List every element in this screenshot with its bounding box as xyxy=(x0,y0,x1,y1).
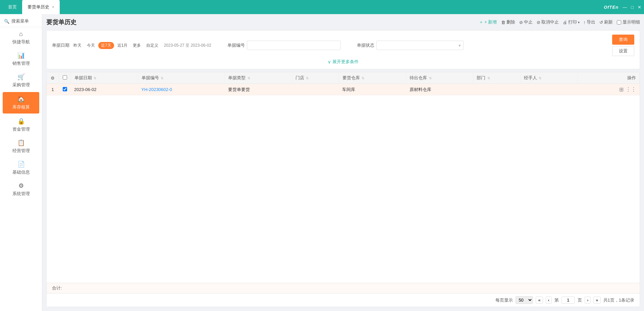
date-btn-yesterday[interactable]: 昨天 xyxy=(71,42,84,49)
th-settings[interactable]: ⚙ xyxy=(47,72,59,84)
th-doc-no[interactable]: 单据编号 ⇅ xyxy=(138,72,225,84)
last-page-btn[interactable]: » xyxy=(593,297,600,304)
delete-button[interactable]: 🗑 删除 xyxy=(501,19,515,25)
date-btn-more[interactable]: 更多 xyxy=(131,42,143,49)
sidebar-item-label: 快捷导航 xyxy=(12,39,30,45)
finance-mgmt-icon: 🔒 xyxy=(17,118,25,125)
tab-bar: 首页 要货单历史 × xyxy=(3,0,604,14)
setting-button[interactable]: 设置 xyxy=(612,46,634,56)
sidebar-item-purchase-mgmt[interactable]: 🛒 采购管理 xyxy=(0,70,42,91)
sidebar-item-label: 系统管理 xyxy=(12,191,30,197)
th-doc-type[interactable]: 单据类型 ⇅ xyxy=(225,72,292,84)
th-dept[interactable]: 部门 ⇅ xyxy=(473,72,520,84)
sidebar-item-label: 采购管理 xyxy=(12,82,30,88)
content-area: 要货单历史 ＋ + 新增 🗑 删除 ⊘ 中止 ⊘ 取消中止 xyxy=(42,14,644,311)
doc-no-link[interactable]: YH-20230602-0 xyxy=(141,87,172,92)
inventory-calc-icon: 🏠 xyxy=(17,95,25,103)
display-detail-toggle[interactable]: 显示明细 xyxy=(617,19,640,25)
header-actions: ＋ + 新增 🗑 删除 ⊘ 中止 ⊘ 取消中止 🖨 打印 xyxy=(479,19,640,25)
quick-nav-icon: ⌂ xyxy=(19,31,23,38)
maximize-btn[interactable]: □ xyxy=(631,5,634,10)
refresh-label: 刷新 xyxy=(604,19,613,25)
tab-requisition-history-label: 要货单历史 xyxy=(28,4,49,10)
page-header: 要货单历史 ＋ + 新增 🗑 删除 ⊘ 中止 ⊘ 取消中止 xyxy=(46,18,640,26)
ops-mgmt-icon: 📋 xyxy=(17,139,25,146)
tab-close-icon[interactable]: × xyxy=(52,5,54,9)
page-size-select[interactable]: 50 100 200 xyxy=(516,296,533,304)
date-btn-last7days[interactable]: 近7天 xyxy=(98,42,114,49)
sort-date-icon: ⇅ xyxy=(94,76,96,80)
sidebar-search-label: 搜索菜单 xyxy=(11,18,29,24)
status-input[interactable] xyxy=(376,41,464,50)
th-store[interactable]: 门店 ⇅ xyxy=(292,72,339,84)
th-checkbox xyxy=(59,72,71,84)
sidebar-item-label: 经营管理 xyxy=(12,148,30,154)
th-handler[interactable]: 经手人 ⇅ xyxy=(520,72,577,84)
date-range-text: 2023-05-27 至 2023-06-02 xyxy=(164,43,211,48)
select-all-checkbox[interactable] xyxy=(63,75,67,80)
th-req-warehouse[interactable]: 要货仓库 ⇅ xyxy=(339,72,406,84)
tab-home[interactable]: 首页 xyxy=(3,0,22,14)
export-button[interactable]: ↑ 导出 xyxy=(584,19,596,25)
system-mgmt-icon: ⚙ xyxy=(18,182,24,189)
total-info: 共1页，1条记录 xyxy=(603,297,634,303)
sidebar-item-label: 库存核算 xyxy=(12,104,30,110)
doc-no-input[interactable] xyxy=(247,41,341,50)
delete-label: 删除 xyxy=(506,19,515,25)
td-op: ⊞ ⋮⋮ xyxy=(577,84,639,95)
td-dept xyxy=(473,84,520,95)
display-detail-checkbox[interactable] xyxy=(617,20,621,25)
first-page-btn[interactable]: « xyxy=(536,297,543,304)
table-row[interactable]: 1 2023-06-02 YH-20230602-0 要货单要货 车间 xyxy=(47,84,640,95)
sidebar-item-sales-mgmt[interactable]: 📊 销售管理 xyxy=(0,48,42,70)
row-edit-icon[interactable]: ⊞ xyxy=(619,86,624,93)
close-btn[interactable]: ✕ xyxy=(638,5,641,10)
th-pending-warehouse[interactable]: 待出仓库 ⇅ xyxy=(406,72,473,84)
prev-page-btn[interactable]: ‹ xyxy=(546,297,552,304)
td-store xyxy=(292,84,339,95)
sidebar-item-label: 销售管理 xyxy=(12,60,30,66)
query-button[interactable]: 查询 xyxy=(612,35,634,45)
row-more-icon[interactable]: ⋮⋮ xyxy=(626,86,636,93)
sidebar-item-inventory-calc[interactable]: 🏠 库存核算 xyxy=(3,92,39,114)
filter-row-1: 单据日期 昨天 今天 近7天 近1月 更多 自定义 2023-05-27 至 2… xyxy=(52,35,634,56)
next-page-btn[interactable]: › xyxy=(585,297,591,304)
purchase-mgmt-icon: 🛒 xyxy=(17,73,25,81)
tab-requisition-history[interactable]: 要货单历史 × xyxy=(22,0,60,14)
sort-dept-icon: ⇅ xyxy=(487,76,490,80)
date-btn-custom[interactable]: 自定义 xyxy=(144,42,160,49)
refresh-button[interactable]: ↺ 刷新 xyxy=(599,19,613,25)
stop-button[interactable]: ⊘ 中止 xyxy=(519,19,533,25)
sidebar-item-ops-mgmt[interactable]: 📋 经营管理 xyxy=(0,136,42,157)
sort-doc-type-icon: ⇅ xyxy=(248,76,250,80)
sort-doc-no-icon: ⇅ xyxy=(161,76,163,80)
print-icon: 🖨 xyxy=(563,20,567,25)
row-op-icons: ⊞ ⋮⋮ xyxy=(581,86,636,93)
sidebar-search[interactable]: 🔍 搜索菜单 xyxy=(0,15,42,27)
td-settings: 1 xyxy=(47,84,59,95)
sidebar-item-basic-info[interactable]: 📄 基础信息 xyxy=(0,157,42,179)
cancel-stop-label: 取消中止 xyxy=(541,19,559,25)
td-date: 2023-06-02 xyxy=(71,84,138,95)
table-header-row: ⚙ 单据日期 ⇅ 单据编号 ⇅ xyxy=(47,72,640,84)
status-filter-label: 单据状态 xyxy=(357,42,374,48)
print-button[interactable]: 🖨 打印 ▾ xyxy=(563,19,580,25)
sidebar-item-quick-nav[interactable]: ⌂ 快捷导航 xyxy=(0,27,42,48)
minimize-btn[interactable]: — xyxy=(623,5,627,10)
table-body: 1 2023-06-02 YH-20230602-0 要货单要货 车间 xyxy=(47,84,640,95)
page-size-label: 每页显示 xyxy=(495,297,513,303)
print-label: 打印 xyxy=(568,19,577,25)
page-suffix: 页 xyxy=(578,297,582,303)
date-btn-last1month[interactable]: 近1月 xyxy=(115,42,130,49)
td-pending-warehouse: 原材料仓库 xyxy=(406,84,473,95)
expand-more-btn[interactable]: ∨ 展开更多条件 xyxy=(52,59,634,65)
sidebar-item-system-mgmt[interactable]: ⚙ 系统管理 xyxy=(0,179,42,200)
sidebar-item-finance-mgmt[interactable]: 🔒 资金管理 xyxy=(0,114,42,136)
export-label: 导出 xyxy=(587,19,595,25)
page-number-input[interactable] xyxy=(561,297,575,304)
row-checkbox[interactable] xyxy=(63,87,67,91)
date-btn-today[interactable]: 今天 xyxy=(85,42,97,49)
cancel-stop-button[interactable]: ⊘ 取消中止 xyxy=(537,19,559,25)
add-button[interactable]: ＋ + 新增 xyxy=(479,19,497,25)
th-date[interactable]: 单据日期 ⇅ xyxy=(71,72,138,84)
